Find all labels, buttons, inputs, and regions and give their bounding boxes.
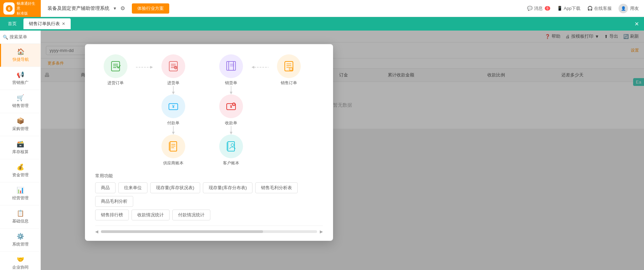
svg-text:¥: ¥ xyxy=(230,104,232,109)
quick-nav-icon: 🏠 xyxy=(17,48,24,55)
flow-node-payment: ¥ 付款单 xyxy=(161,94,185,126)
service-icon: 🎧 xyxy=(587,6,593,11)
online-service-btn[interactable]: 🎧 在线客服 xyxy=(587,5,612,12)
flow-node-sales-bill: 销货单 xyxy=(219,54,243,86)
scrollbar-thumb xyxy=(101,230,263,233)
sidebar-item-finance[interactable]: 💰 资金管理 xyxy=(0,159,40,182)
message-badge: 6 xyxy=(545,6,550,11)
purchase-order-label: 进货订单 xyxy=(107,80,124,86)
sidebar: 🔍 搜索菜单 🏠 快捷导航 📢 营销推广 🛒 销售管理 📦 采购管理 🗃️ 库存… xyxy=(0,31,41,270)
func-btn-current-stock-dist[interactable]: 现存量(库存分布表) xyxy=(203,182,253,193)
supplier-ledger-label: 供应商账本 xyxy=(163,160,184,166)
svg-marker-18 xyxy=(251,66,254,69)
message-btn[interactable]: 💬 消息 6 xyxy=(527,5,550,12)
settings-btn[interactable]: ⚙ xyxy=(120,5,125,12)
svg-rect-20 xyxy=(285,61,293,71)
receipt-icon: ¥ xyxy=(219,94,243,118)
sidebar-item-system[interactable]: ⚙️ 系统管理 xyxy=(0,229,40,252)
operations-icon: 📊 xyxy=(17,186,24,194)
purchase-order-icon xyxy=(104,54,127,78)
sales-order-label: 销售订单 xyxy=(281,80,297,86)
payment-icon: ¥ xyxy=(161,94,185,118)
flow-diagram: 进货订单 xyxy=(95,54,323,166)
supplier-ledger-icon xyxy=(161,134,185,158)
tab-bar-close-icon[interactable]: ✕ xyxy=(631,21,642,27)
header-right: 💬 消息 6 📱 App下载 🎧 在线客服 👤 用友 xyxy=(527,4,639,13)
flow-node-purchase-order: 进货订单 xyxy=(104,54,127,86)
arrow-down-2 xyxy=(228,86,234,94)
svg-text:!: ! xyxy=(175,66,176,69)
sidebar-item-marketing[interactable]: 📢 营销推广 xyxy=(0,67,40,90)
svg-rect-43 xyxy=(169,142,171,150)
svg-text:6: 6 xyxy=(8,6,10,11)
top-header: 6 畅康通好生意 标准版 装备及固定资产辅助管理系统 ▼ ⚙ 体验行业方案 💬 … xyxy=(0,0,644,17)
sidebar-item-quick-nav[interactable]: 🏠 快捷导航 xyxy=(0,44,40,67)
func-btn-product-gross-analysis[interactable]: 商品毛利分析 xyxy=(95,196,133,207)
func-btns-row2: 销售排行榜 收款情况统计 付款情况统计 xyxy=(95,210,323,220)
payment-label: 付款单 xyxy=(167,120,179,126)
tab-home[interactable]: 首页 xyxy=(2,18,22,29)
svg-marker-41 xyxy=(230,132,232,134)
arrow-left-1 xyxy=(251,64,268,76)
main-layout: 🔍 搜索菜单 🏠 快捷导航 📢 营销推广 🛒 销售管理 📦 采购管理 🗃️ 库存… xyxy=(0,31,644,270)
flow-node-customer-ledger: 客户账本 xyxy=(219,134,243,166)
flow-node-receipt: ¥ 收款单 xyxy=(219,94,243,126)
logo-icon: 6 xyxy=(3,2,15,15)
content-area: ❓ 帮助 🖨 按模板打印 ▼ ⬆ 导出 🔄 刷新 xyxy=(41,31,644,270)
sidebar-item-basic-info[interactable]: 📋 基础信息 xyxy=(0,205,40,229)
user-info[interactable]: 👤 用友 xyxy=(619,4,639,13)
basic-info-icon: 📋 xyxy=(17,210,24,217)
svg-marker-28 xyxy=(172,92,175,94)
flow-node-purchase-bill: ! 进货单 xyxy=(161,54,185,86)
sidebar-item-sales[interactable]: 🛒 销售管理 xyxy=(0,90,40,113)
sidebar-item-operations[interactable]: 📊 经营管理 xyxy=(0,182,40,205)
tab-close-icon[interactable]: ✕ xyxy=(62,21,65,26)
trial-btn[interactable]: 体验行业方案 xyxy=(132,3,169,14)
arrow-down-3 xyxy=(171,126,176,134)
sidebar-item-collab[interactable]: 🤝 企业协同 xyxy=(0,252,40,270)
func-btn-trade-unit[interactable]: 往来单位 xyxy=(118,182,147,193)
modal: 进货订单 xyxy=(85,44,333,241)
common-func-title: 常用功能 xyxy=(95,173,323,179)
customer-ledger-label: 客户账本 xyxy=(223,160,239,166)
scroll-right-btn[interactable]: ▶ xyxy=(320,229,323,234)
receipt-label: 收款单 xyxy=(225,120,237,126)
arrow-right-1 xyxy=(136,64,153,76)
func-btn-sales-ranking[interactable]: 销售排行榜 xyxy=(95,210,129,220)
flow-node-supplier-ledger: 供应商账本 xyxy=(161,134,185,166)
sidebar-search[interactable]: 🔍 搜索菜单 xyxy=(0,31,40,44)
arrow-down-1 xyxy=(171,86,176,94)
app-download-btn[interactable]: 📱 App下载 xyxy=(557,5,580,12)
inventory-icon: 🗃️ xyxy=(17,140,24,148)
svg-marker-7 xyxy=(150,66,153,69)
tab-bar: 首页 销售订单执行表 ✕ ✕ xyxy=(0,17,644,31)
func-btn-product[interactable]: 商品 xyxy=(95,182,116,193)
modal-overlay: 进货订单 xyxy=(41,31,644,270)
tab-sales-order[interactable]: 销售订单执行表 ✕ xyxy=(23,18,71,29)
sales-bill-label: 销货单 xyxy=(225,80,237,86)
sales-icon: 🛒 xyxy=(17,94,24,102)
search-icon: 🔍 xyxy=(3,35,8,40)
func-btns-row1: 商品 往来单位 现存量(库存状况表) 现存量(库存分布表) 销售毛利分析表 商品… xyxy=(95,182,323,207)
flow-node-sales-order: 销售订单 xyxy=(277,54,301,86)
sidebar-item-purchase[interactable]: 📦 采购管理 xyxy=(0,113,40,136)
func-btn-collection-stats[interactable]: 收款情况统计 xyxy=(132,210,170,220)
scroll-left-btn[interactable]: ◀ xyxy=(95,229,98,234)
customer-ledger-icon xyxy=(219,134,243,158)
svg-marker-30 xyxy=(230,92,232,94)
purchase-icon: 📦 xyxy=(17,117,24,125)
func-btn-sales-gross-analysis[interactable]: 销售毛利分析表 xyxy=(255,182,298,193)
func-btn-payment-stats[interactable]: 付款情况统计 xyxy=(172,210,210,220)
arrow-down-4 xyxy=(228,126,234,134)
dropdown-btn[interactable]: ▼ xyxy=(113,6,117,11)
svg-point-26 xyxy=(291,69,291,70)
svg-point-49 xyxy=(231,144,234,146)
svg-rect-48 xyxy=(226,142,228,150)
svg-text:¥: ¥ xyxy=(172,104,175,109)
finance-icon: 💰 xyxy=(17,163,24,171)
sales-order-icon xyxy=(277,54,301,78)
scrollbar-track[interactable] xyxy=(101,230,317,233)
svg-rect-47 xyxy=(228,142,234,151)
sidebar-item-inventory[interactable]: 🗃️ 库存核算 xyxy=(0,136,40,159)
func-btn-current-stock-status[interactable]: 现存量(库存状况表) xyxy=(150,182,200,193)
